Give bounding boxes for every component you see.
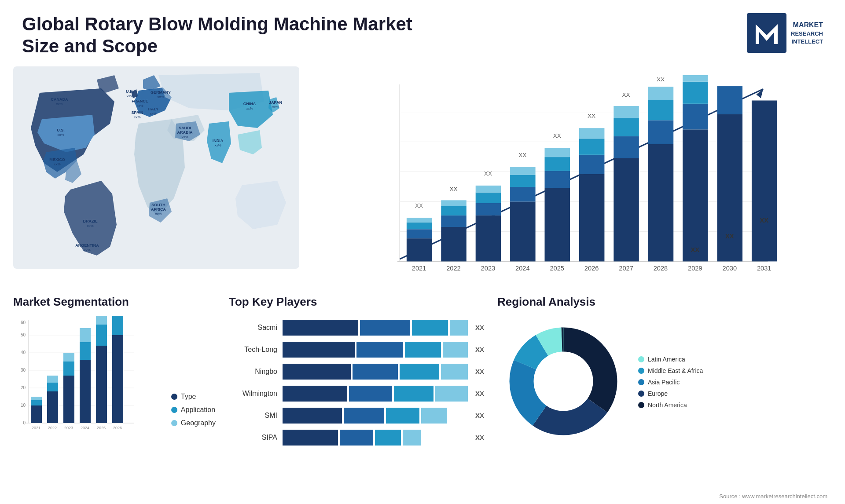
svg-text:2030: 2030 — [722, 265, 737, 272]
svg-text:AFRICA: AFRICA — [151, 207, 166, 212]
svg-text:INDIA: INDIA — [213, 139, 224, 143]
svg-text:JAPAN: JAPAN — [269, 100, 282, 105]
svg-text:XX: XX — [449, 186, 457, 192]
north-america-dot — [638, 402, 644, 408]
svg-rect-50 — [441, 200, 467, 206]
player-sacmi: Sacmi XX — [229, 320, 484, 336]
svg-rect-57 — [510, 201, 536, 261]
svg-rect-135 — [96, 325, 107, 346]
svg-text:50: 50 — [21, 332, 26, 337]
legend-type: Type — [171, 393, 216, 401]
svg-text:XX: XX — [518, 152, 526, 158]
svg-text:XX: XX — [553, 132, 561, 139]
svg-rect-58 — [510, 187, 536, 201]
europe-dot — [638, 391, 644, 397]
svg-text:0: 0 — [23, 420, 26, 425]
techlong-bar — [283, 342, 468, 358]
legend-north-america: North America — [638, 402, 703, 409]
geography-dot — [171, 420, 177, 426]
segmentation-title: Market Segmentation — [13, 295, 216, 309]
legend-europe: Europe — [638, 390, 703, 397]
svg-rect-77 — [648, 144, 674, 262]
svg-text:2025: 2025 — [550, 265, 564, 272]
svg-text:XX: XX — [588, 113, 595, 119]
bar-chart-section: XX XX XX XX — [308, 66, 832, 286]
svg-text:2025: 2025 — [97, 426, 106, 430]
regional-section: Regional Analysis — [497, 295, 832, 504]
mea-dot — [638, 368, 644, 374]
svg-rect-69 — [579, 139, 605, 155]
map-svg: CANADA xx% U.S. xx% MEXICO xx% BRAZIL xx… — [13, 66, 299, 269]
svg-rect-72 — [614, 158, 639, 261]
svg-rect-130 — [80, 360, 91, 423]
svg-rect-42 — [407, 238, 432, 261]
svg-text:2026: 2026 — [113, 426, 122, 430]
svg-rect-73 — [614, 136, 639, 158]
logo: MARKET RESEARCH INTELLECT — [747, 13, 823, 53]
svg-rect-126 — [63, 376, 74, 423]
svg-rect-120 — [31, 397, 42, 400]
application-dot — [171, 407, 177, 413]
wilmington-bar — [283, 386, 468, 402]
svg-text:xx%: xx% — [84, 248, 90, 252]
svg-text:2023: 2023 — [64, 426, 73, 430]
page-header: Global Rotary Blow Molding Machine Marke… — [0, 0, 845, 66]
player-techlong: Tech-Long XX — [229, 342, 484, 358]
svg-rect-68 — [579, 155, 605, 174]
svg-rect-131 — [80, 342, 91, 360]
svg-text:U.S.: U.S. — [57, 128, 65, 132]
svg-text:2021: 2021 — [32, 426, 40, 430]
player-smi: SMI XX — [229, 408, 484, 424]
svg-rect-70 — [579, 128, 605, 139]
svg-rect-44 — [407, 222, 432, 229]
svg-rect-118 — [31, 405, 42, 423]
bottom-sections: Market Segmentation 0 10 20 30 40 50 60 — [0, 286, 845, 504]
svg-text:ARABIA: ARABIA — [177, 130, 193, 135]
svg-rect-48 — [441, 215, 467, 227]
sacmi-bar-3 — [412, 320, 448, 336]
svg-rect-49 — [441, 206, 467, 215]
svg-rect-78 — [648, 120, 674, 144]
player-wilmington: Wilmington XX — [229, 386, 484, 402]
svg-text:BRAZIL: BRAZIL — [83, 219, 98, 223]
legend-geography: Geography — [171, 419, 216, 427]
svg-text:2021: 2021 — [412, 265, 426, 272]
sacmi-bar — [283, 320, 468, 336]
asia-pacific-dot — [638, 379, 644, 385]
source-text: Source : www.marketresearchintellect.com — [719, 493, 827, 500]
svg-rect-88 — [717, 86, 743, 114]
svg-text:GERMANY: GERMANY — [151, 90, 171, 95]
svg-rect-60 — [510, 167, 536, 175]
svg-text:xx%: xx% — [157, 95, 164, 99]
logo-icon — [747, 13, 786, 53]
svg-rect-134 — [96, 346, 107, 423]
svg-text:30: 30 — [21, 368, 26, 373]
key-players-section: Top Key Players Sacmi XX Tech-Long — [229, 295, 484, 504]
sipa-bar — [283, 430, 468, 446]
svg-text:2024: 2024 — [515, 265, 530, 272]
svg-text:2022: 2022 — [446, 265, 461, 272]
svg-rect-123 — [47, 383, 58, 391]
svg-text:xx%: xx% — [214, 143, 221, 147]
bar-chart-svg: XX XX XX XX — [321, 75, 819, 278]
regional-legend: Latin America Middle East & Africa Asia … — [638, 356, 703, 409]
svg-text:XX: XX — [484, 170, 492, 177]
smi-bar — [283, 408, 468, 424]
svg-text:40: 40 — [21, 350, 26, 355]
svg-text:XX: XX — [622, 91, 630, 98]
sacmi-bar-4 — [450, 320, 468, 336]
player-ningbo: Ningbo XX — [229, 364, 484, 380]
svg-text:2029: 2029 — [688, 265, 702, 272]
svg-rect-43 — [407, 229, 432, 238]
svg-rect-85 — [683, 75, 708, 82]
legend-mea: Middle East & Africa — [638, 367, 703, 374]
svg-text:FRANCE: FRANCE — [132, 99, 148, 103]
svg-text:2031: 2031 — [757, 265, 772, 272]
svg-text:CHINA: CHINA — [243, 102, 256, 106]
sacmi-bar-2 — [360, 320, 411, 336]
svg-text:2026: 2026 — [584, 265, 599, 272]
svg-text:SAUDI: SAUDI — [179, 126, 191, 130]
svg-rect-119 — [31, 400, 42, 405]
svg-rect-65 — [545, 148, 570, 157]
svg-rect-124 — [47, 376, 58, 383]
